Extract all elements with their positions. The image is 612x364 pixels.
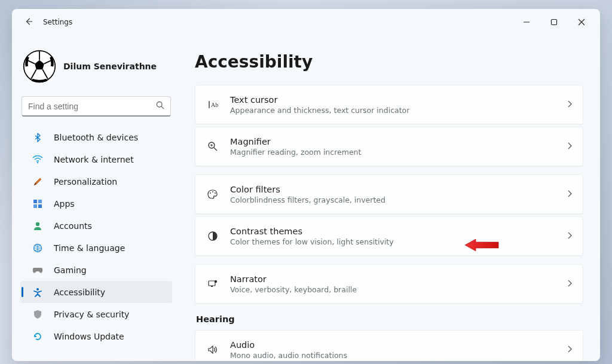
- nav: Bluetooth & devices Network & internet P…: [20, 125, 172, 355]
- profile-name: Dilum Senevirathne: [63, 62, 157, 71]
- svg-rect-7: [33, 200, 37, 203]
- card-title: Narrator: [230, 274, 567, 284]
- svg-point-22: [215, 192, 216, 194]
- narrator-icon: [206, 279, 219, 289]
- paintbrush-icon: [31, 177, 44, 186]
- svg-point-4: [157, 102, 162, 107]
- minimize-button[interactable]: [513, 13, 540, 32]
- card-title: Text cursor: [230, 95, 567, 105]
- card-contrast-themes[interactable]: Contrast themes Color themes for low vis…: [195, 216, 583, 256]
- svg-point-13: [36, 288, 39, 290]
- chevron-right-icon: [567, 142, 572, 151]
- contrast-icon: [206, 231, 219, 241]
- sidebar-item-label: Network & internet: [54, 155, 134, 164]
- chevron-right-icon: [567, 189, 572, 199]
- card-color-filters[interactable]: Color filters Colorblindness filters, gr…: [195, 175, 583, 214]
- close-button[interactable]: [568, 13, 595, 32]
- palette-icon: [206, 189, 219, 199]
- svg-point-11: [36, 222, 39, 225]
- sidebar-item-apps[interactable]: Apps: [20, 192, 172, 215]
- sidebar-item-label: Personalization: [54, 177, 117, 186]
- chevron-right-icon: [567, 279, 572, 289]
- sidebar-item-label: Apps: [54, 199, 75, 209]
- chevron-right-icon: [567, 231, 572, 241]
- wifi-icon: [31, 155, 44, 164]
- sidebar: Dilum Senevirathne Bluetooth & devices: [12, 35, 178, 361]
- update-icon: [31, 332, 44, 341]
- card-title: Audio: [230, 340, 567, 350]
- card-desc: Voice, verbosity, keyboard, braille: [230, 285, 567, 294]
- svg-rect-24: [209, 281, 215, 286]
- sidebar-item-bluetooth[interactable]: Bluetooth & devices: [20, 126, 172, 148]
- settings-window: Settings Dilum Senevirathne: [12, 9, 600, 361]
- svg-text:Ab: Ab: [211, 102, 218, 108]
- card-audio[interactable]: Audio Mono audio, audio notifications: [195, 330, 583, 361]
- svg-line-17: [214, 148, 217, 151]
- sidebar-item-network[interactable]: Network & internet: [20, 148, 172, 170]
- back-button[interactable]: [18, 17, 39, 27]
- sidebar-item-label: Accounts: [54, 221, 92, 231]
- sidebar-item-label: Privacy & security: [54, 310, 129, 319]
- sidebar-item-windows-update[interactable]: Windows Update: [20, 325, 172, 347]
- search-box[interactable]: [22, 96, 171, 117]
- sidebar-item-time-language[interactable]: Time & language: [20, 237, 172, 259]
- chevron-right-icon: [567, 100, 572, 109]
- card-text-cursor[interactable]: Ab Text cursor Appearance and thickness,…: [195, 85, 583, 124]
- chevron-right-icon: [567, 345, 572, 354]
- sidebar-item-personalization[interactable]: Personalization: [20, 170, 172, 192]
- globe-clock-icon: [31, 243, 44, 253]
- card-title: Color filters: [230, 185, 567, 194]
- titlebar: Settings: [12, 9, 600, 35]
- main-content: Accessibility Ab Text cursor Appearance …: [178, 35, 600, 361]
- svg-point-6: [37, 161, 39, 163]
- card-desc: Appearance and thickness, text cursor in…: [230, 106, 567, 115]
- search-icon: [156, 101, 164, 111]
- window-controls: [513, 13, 595, 32]
- audio-icon: [206, 345, 219, 354]
- svg-point-20: [210, 192, 211, 194]
- svg-point-21: [212, 191, 213, 192]
- window-title: Settings: [43, 18, 72, 26]
- sidebar-item-label: Time & language: [54, 243, 125, 253]
- sidebar-item-privacy[interactable]: Privacy & security: [20, 303, 172, 325]
- bluetooth-icon: [31, 133, 44, 142]
- sidebar-item-label: Windows Update: [54, 332, 124, 341]
- svg-rect-8: [38, 200, 42, 203]
- profile[interactable]: Dilum Senevirathne: [23, 50, 172, 83]
- card-desc: Colorblindness filters, grayscale, inver…: [230, 195, 567, 204]
- card-narrator[interactable]: Narrator Voice, verbosity, keyboard, bra…: [195, 264, 583, 304]
- svg-rect-9: [33, 204, 37, 208]
- avatar: [23, 50, 56, 83]
- svg-line-5: [161, 106, 164, 109]
- section-hearing: Hearing: [196, 314, 583, 324]
- shield-icon: [31, 310, 44, 319]
- search-input[interactable]: [28, 102, 156, 111]
- card-title: Contrast themes: [230, 227, 567, 236]
- sidebar-item-label: Gaming: [54, 265, 87, 275]
- card-desc: Color themes for low vision, light sensi…: [230, 237, 567, 246]
- card-title: Magnifier: [230, 137, 567, 146]
- sidebar-item-label: Bluetooth & devices: [54, 133, 138, 142]
- apps-icon: [31, 199, 44, 209]
- card-magnifier[interactable]: Magnifier Magnifier reading, zoom increm…: [195, 127, 583, 166]
- person-icon: [31, 221, 44, 231]
- svg-point-26: [215, 280, 217, 283]
- sidebar-item-accessibility[interactable]: Accessibility: [20, 281, 172, 303]
- card-desc: Magnifier reading, zoom increment: [230, 148, 567, 157]
- text-cursor-icon: Ab: [206, 100, 219, 109]
- maximize-button[interactable]: [540, 13, 568, 32]
- svg-rect-25: [211, 286, 213, 287]
- gamepad-icon: [31, 266, 44, 274]
- accessibility-icon: [31, 287, 44, 297]
- svg-rect-1: [552, 20, 557, 25]
- page-title: Accessibility: [195, 52, 583, 72]
- magnifier-icon: [206, 141, 219, 152]
- svg-rect-10: [38, 204, 42, 208]
- sidebar-item-accounts[interactable]: Accounts: [20, 215, 172, 237]
- sidebar-item-label: Accessibility: [54, 287, 105, 297]
- card-desc: Mono audio, audio notifications: [230, 351, 567, 360]
- sidebar-item-gaming[interactable]: Gaming: [20, 259, 172, 281]
